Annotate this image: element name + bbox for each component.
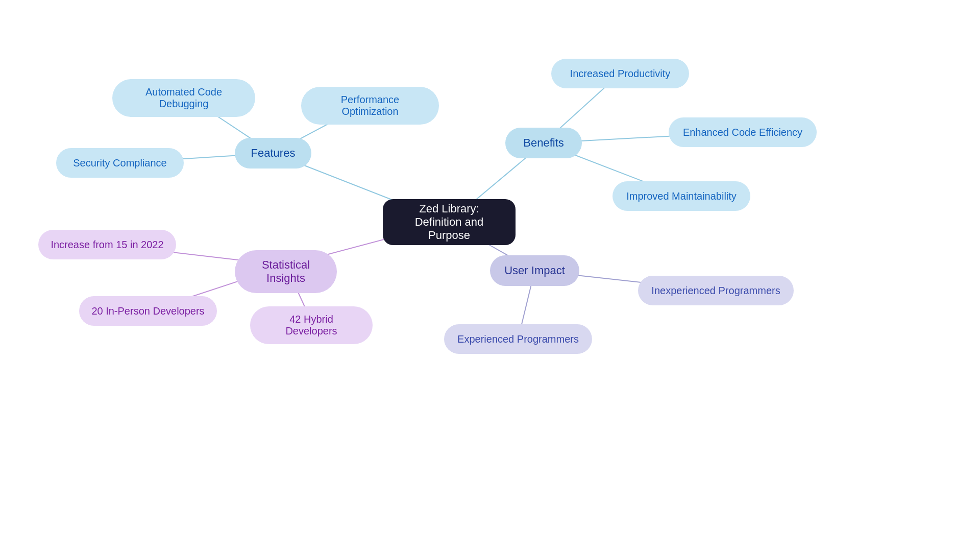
node-exp-prog[interactable]: Experienced Programmers — [444, 324, 592, 354]
mind-map: Zed Library: Definition and PurposeFeatu… — [0, 0, 980, 553]
node-stat-insights[interactable]: Statistical Insights — [235, 250, 337, 293]
node-imp-maint[interactable]: Improved Maintainability — [612, 181, 750, 211]
node-enh-code[interactable]: Enhanced Code Efficiency — [669, 117, 817, 147]
node-auto-debug[interactable]: Automated Code Debugging — [112, 79, 255, 117]
node-inc-prod[interactable]: Increased Productivity — [551, 59, 689, 88]
node-features[interactable]: Features — [235, 138, 311, 169]
node-inc-2022[interactable]: Increase from 15 in 2022 — [38, 230, 176, 259]
node-inexp-prog[interactable]: Inexperienced Programmers — [638, 276, 794, 305]
node-user-impact[interactable]: User Impact — [490, 255, 579, 286]
node-hybrid[interactable]: 42 Hybrid Developers — [250, 306, 373, 344]
node-benefits[interactable]: Benefits — [505, 128, 582, 158]
center-node[interactable]: Zed Library: Definition and Purpose — [383, 199, 516, 245]
node-in-person[interactable]: 20 In-Person Developers — [79, 296, 217, 326]
node-perf-opt[interactable]: Performance Optimization — [301, 87, 439, 125]
node-sec-comp[interactable]: Security Compliance — [56, 148, 184, 178]
